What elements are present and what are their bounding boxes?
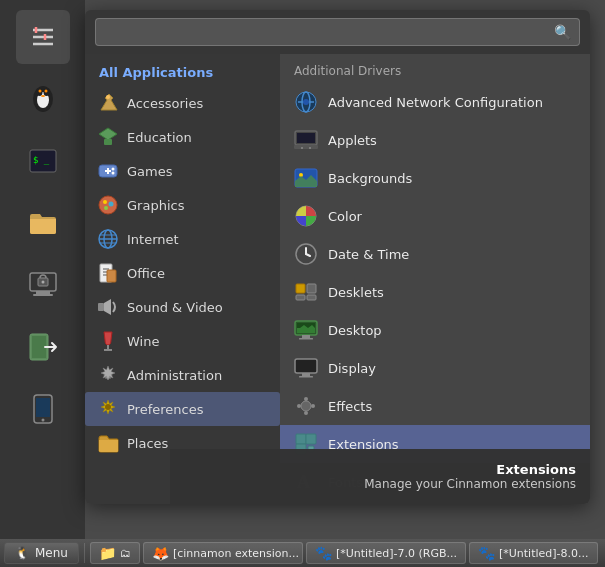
folder-icon[interactable]: [16, 196, 70, 250]
svg-point-81: [297, 404, 301, 408]
svg-rect-67: [296, 284, 305, 293]
tools-icon[interactable]: [16, 10, 70, 64]
gimp1-taskbar-icon: 🐾: [315, 545, 332, 561]
adv-network-app-label: Advanced Network Configuration: [328, 95, 543, 110]
search-input-wrap: 🔍: [95, 18, 580, 46]
gimp2-label: [*Untitled]-8.0...: [499, 547, 589, 560]
category-item-sound-video[interactable]: Sound & Video: [85, 290, 280, 324]
svg-rect-20: [32, 336, 46, 358]
taskbar: 🐧 Menu 📁 🗂 🦊 [cinnamon extension... 🐾 [*…: [0, 539, 605, 567]
app-item-effects[interactable]: Effects: [280, 387, 590, 425]
category-item-games[interactable]: Games: [85, 154, 280, 188]
svg-rect-69: [296, 295, 305, 300]
app-item-display[interactable]: Display: [280, 349, 590, 387]
svg-rect-57: [297, 133, 315, 143]
places-category-label: Places: [127, 436, 168, 451]
taskbar-menu-button[interactable]: 🐧 Menu: [4, 542, 79, 564]
svg-marker-25: [99, 128, 117, 140]
svg-rect-16: [33, 294, 53, 296]
app-item-adv-network[interactable]: Advanced Network Configuration: [280, 83, 590, 121]
category-item-office[interactable]: Office: [85, 256, 280, 290]
apps-column: Additional Drivers Advanced Network Conf…: [280, 54, 590, 504]
category-item-internet[interactable]: Internet: [85, 222, 280, 256]
taskbar-gimp-1[interactable]: 🐾 [*Untitled]-7.0 (RGB...: [306, 542, 466, 564]
lock-screen-icon[interactable]: [16, 258, 70, 312]
search-input[interactable]: [96, 20, 546, 45]
files-taskbar-icon: 📁: [99, 545, 116, 561]
graphics-category-label: Graphics: [127, 198, 184, 213]
education-category-label: Education: [127, 130, 192, 145]
category-item-wine[interactable]: Wine: [85, 324, 280, 358]
category-item-preferences[interactable]: Preferences: [85, 392, 280, 426]
svg-rect-75: [295, 359, 317, 373]
color-app-icon: [294, 204, 318, 228]
app-item-color[interactable]: Color: [280, 197, 590, 235]
terminal-icon[interactable]: $ _: [16, 134, 70, 188]
svg-rect-15: [36, 291, 50, 294]
office-category-label: Office: [127, 266, 165, 281]
category-item-graphics[interactable]: Graphics: [85, 188, 280, 222]
desklets-app-icon: [294, 280, 318, 304]
app-item-applets[interactable]: Applets: [280, 121, 590, 159]
svg-point-79: [304, 397, 308, 401]
games-category-icon: [97, 160, 119, 182]
svg-point-33: [103, 200, 107, 204]
taskbar-cinnamon-extension[interactable]: 🦊 [cinnamon extension...: [143, 542, 303, 564]
wine-category-icon: [97, 330, 119, 352]
graphics-category-icon: [97, 194, 119, 216]
status-title: Extensions: [184, 462, 576, 477]
administration-category-label: Administration: [127, 368, 222, 383]
applets-app-icon: [294, 128, 318, 152]
svg-point-60: [309, 147, 311, 149]
sidebar: $ _: [0, 0, 85, 539]
categories-column: All Applications Accessories Education G…: [85, 54, 280, 504]
svg-rect-70: [307, 295, 316, 300]
administration-category-icon: [97, 364, 119, 386]
files-taskbar-icon-2: 🗂: [120, 547, 131, 560]
cinnamon-ext-label: [cinnamon extension...: [173, 547, 299, 560]
menu-columns: All Applications Accessories Education G…: [85, 54, 590, 504]
svg-point-31: [112, 172, 115, 175]
category-item-accessories[interactable]: Accessories: [85, 86, 280, 120]
display-app-icon: [294, 356, 318, 380]
status-bar: Extensions Manage your Cinnamon extensio…: [170, 449, 590, 504]
desktop-app-icon: [294, 318, 318, 342]
accessories-category-label: Accessories: [127, 96, 203, 111]
wine-category-label: Wine: [127, 334, 159, 349]
svg-rect-76: [302, 373, 310, 376]
app-item-desktop[interactable]: Desktop: [280, 311, 590, 349]
effects-app-label: Effects: [328, 399, 372, 414]
color-app-label: Color: [328, 209, 362, 224]
svg-point-32: [99, 196, 117, 214]
category-item-education[interactable]: Education: [85, 120, 280, 154]
app-item-desklets[interactable]: Desklets: [280, 273, 590, 311]
menu-icon: 🐧: [15, 546, 30, 560]
taskbar-files-button[interactable]: 📁 🗂: [90, 542, 140, 564]
menu-label: Menu: [35, 546, 68, 560]
svg-rect-74: [299, 338, 313, 340]
svg-rect-73: [302, 335, 310, 338]
category-item-administration[interactable]: Administration: [85, 358, 280, 392]
accessories-category-icon: [97, 92, 119, 114]
svg-rect-83: [296, 434, 306, 444]
svg-point-30: [112, 168, 115, 171]
all-applications-item[interactable]: All Applications: [85, 59, 280, 86]
app-item-date-time[interactable]: Date & Time: [280, 235, 590, 273]
gimp1-label: [*Untitled]-7.0 (RGB...: [336, 547, 457, 560]
desktop-app-label: Desktop: [328, 323, 382, 338]
svg-point-10: [44, 90, 47, 93]
penguin-icon[interactable]: [16, 72, 70, 126]
svg-rect-45: [107, 270, 116, 282]
taskbar-gimp-2[interactable]: 🐾 [*Untitled]-8.0...: [469, 542, 598, 564]
app-item-backgrounds[interactable]: Backgrounds: [280, 159, 590, 197]
svg-rect-77: [299, 376, 313, 378]
menu-panel: 🔍 All Applications Accessories Education…: [85, 10, 590, 504]
backgrounds-app-icon: [294, 166, 318, 190]
backgrounds-app-label: Backgrounds: [328, 171, 412, 186]
logout-icon[interactable]: [16, 320, 70, 374]
svg-rect-46: [98, 303, 104, 311]
status-description: Manage your Cinnamon extensions: [184, 477, 576, 491]
svg-point-24: [106, 95, 110, 99]
svg-point-23: [41, 419, 44, 422]
mobile-icon[interactable]: [16, 382, 70, 436]
